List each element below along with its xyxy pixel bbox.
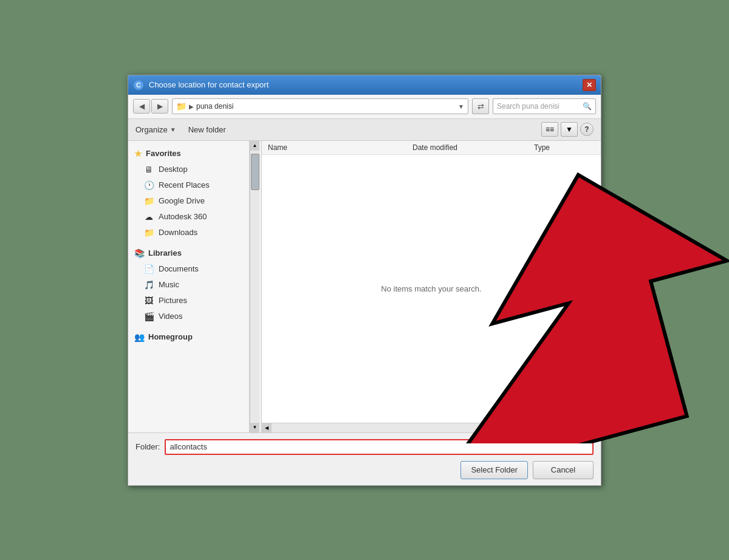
nav-bar: ◀ ▶ 📁 ▶ puna denisi ▼ ⇄ Search puna deni… xyxy=(128,95,601,119)
sidebar-downloads-label: Downloads xyxy=(159,228,197,237)
sidebar-item-google-drive[interactable]: 📁 Google Drive xyxy=(128,193,249,209)
sidebar-gdrive-label: Google Drive xyxy=(159,196,205,205)
horizontal-scrollbar[interactable]: ◀ ▶ xyxy=(262,423,601,432)
app-icon: C xyxy=(133,80,144,90)
organize-button[interactable]: Organize ▼ xyxy=(135,125,176,134)
recent-places-icon: 🕐 xyxy=(144,180,154,190)
new-folder-button[interactable]: New folder xyxy=(188,125,226,134)
music-icon: 🎵 xyxy=(144,280,154,290)
breadcrumb-separator: ▶ xyxy=(189,103,194,110)
autodesk-icon: ☁ xyxy=(144,212,154,222)
star-icon: ★ xyxy=(134,149,142,159)
title-bar: C Choose location for contact export ✕ xyxy=(128,75,601,95)
sidebar-item-music[interactable]: 🎵 Music xyxy=(128,277,249,293)
file-area: Name Date modified Type No items match y… xyxy=(262,141,601,432)
videos-icon: 🎬 xyxy=(144,312,154,321)
pictures-icon: 🖼 xyxy=(144,296,154,306)
window-title: Choose location for contact export xyxy=(149,80,269,89)
select-folder-button[interactable]: Select Folder xyxy=(460,461,528,479)
dialog-footer: Folder: Select Folder Cancel xyxy=(128,432,601,485)
sidebar-desktop-label: Desktop xyxy=(159,165,188,174)
search-icon: 🔍 xyxy=(583,102,592,111)
sidebar-item-recent-places[interactable]: 🕐 Recent Places xyxy=(128,177,249,193)
main-content: ★ Favorites 🖥 Desktop 🕐 Recent Places 📁 … xyxy=(128,141,601,432)
homegroup-icon: 👥 xyxy=(134,332,145,342)
desktop-icon: 🖥 xyxy=(144,165,154,174)
organize-label: Organize xyxy=(135,125,168,134)
organize-bar: Organize ▼ New folder ≡≡ ▼ ? xyxy=(128,119,601,141)
folder-row: Folder: xyxy=(135,439,594,455)
view-mode-button[interactable]: ≡≡ xyxy=(541,122,558,137)
sidebar-documents-label: Documents xyxy=(159,264,199,273)
refresh-button[interactable]: ⇄ xyxy=(472,98,489,114)
scroll-up-button[interactable]: ▲ xyxy=(250,141,259,151)
sidebar-music-label: Music xyxy=(159,280,179,289)
sidebar: ★ Favorites 🖥 Desktop 🕐 Recent Places 📁 … xyxy=(128,141,250,432)
search-bar[interactable]: Search puna denisi 🔍 xyxy=(493,98,596,114)
homegroup-label: Homegroup xyxy=(148,332,193,341)
close-button[interactable]: ✕ xyxy=(583,79,596,91)
sidebar-scrollbar[interactable]: ▲ ▼ xyxy=(250,141,259,432)
libraries-section[interactable]: 📚 Libraries xyxy=(128,245,249,261)
breadcrumb-location: puna denisi xyxy=(196,102,233,111)
sidebar-item-pictures[interactable]: 🖼 Pictures xyxy=(128,293,249,309)
file-list-header: Name Date modified Type xyxy=(262,141,601,155)
scroll-down-button[interactable]: ▼ xyxy=(250,423,259,432)
cancel-button[interactable]: Cancel xyxy=(533,461,594,479)
button-row: Select Folder Cancel xyxy=(135,461,594,479)
col-date-header[interactable]: Date modified xyxy=(412,143,534,152)
sidebar-item-autodesk[interactable]: ☁ Autodesk 360 xyxy=(128,209,249,225)
sidebar-videos-label: Videos xyxy=(159,312,183,321)
forward-button[interactable]: ▶ xyxy=(151,99,168,114)
sidebar-pictures-label: Pictures xyxy=(159,296,187,305)
downloads-icon: 📁 xyxy=(144,228,154,237)
file-list-body: No items match your search. xyxy=(262,155,601,423)
sidebar-item-videos[interactable]: 🎬 Videos xyxy=(128,309,249,324)
help-button[interactable]: ? xyxy=(580,123,594,136)
scroll-thumb[interactable] xyxy=(251,154,259,190)
favorites-label: Favorites xyxy=(146,149,181,158)
documents-icon: 📄 xyxy=(144,264,154,274)
libraries-icon: 📚 xyxy=(134,248,145,258)
sidebar-recent-label: Recent Places xyxy=(159,180,210,190)
empty-message: No items match your search. xyxy=(381,284,481,293)
h-scroll-left-button[interactable]: ◀ xyxy=(262,423,272,432)
nav-arrows: ◀ ▶ xyxy=(133,99,168,114)
view-toggle: ≡≡ ▼ ? xyxy=(541,122,594,137)
scroll-track xyxy=(250,151,259,423)
sidebar-item-downloads[interactable]: 📁 Downloads xyxy=(128,225,249,241)
homegroup-section[interactable]: 👥 Homegroup xyxy=(128,329,249,345)
col-type-header[interactable]: Type xyxy=(534,143,595,152)
search-placeholder: Search puna denisi xyxy=(497,102,580,111)
sidebar-panel: ★ Favorites 🖥 Desktop 🕐 Recent Places 📁 … xyxy=(128,141,262,432)
view-dropdown-button[interactable]: ▼ xyxy=(561,122,578,137)
organize-dropdown-icon: ▼ xyxy=(170,126,176,133)
breadcrumb-bar[interactable]: 📁 ▶ puna denisi ▼ xyxy=(172,98,468,114)
back-button[interactable]: ◀ xyxy=(133,99,150,114)
google-drive-icon: 📁 xyxy=(144,196,154,206)
sidebar-autodesk-label: Autodesk 360 xyxy=(159,212,207,221)
h-scroll-track xyxy=(272,423,591,432)
h-scroll-right-button[interactable]: ▶ xyxy=(591,423,601,432)
col-name-header[interactable]: Name xyxy=(268,143,412,152)
folder-input[interactable] xyxy=(165,439,594,455)
sidebar-item-desktop[interactable]: 🖥 Desktop xyxy=(128,162,249,177)
favorites-section[interactable]: ★ Favorites xyxy=(128,146,249,162)
sidebar-item-documents[interactable]: 📄 Documents xyxy=(128,261,249,277)
folder-label: Folder: xyxy=(135,442,160,451)
breadcrumb-dropdown-icon[interactable]: ▼ xyxy=(458,103,464,110)
libraries-label: Libraries xyxy=(148,248,182,258)
folder-icon: 📁 xyxy=(176,101,187,111)
